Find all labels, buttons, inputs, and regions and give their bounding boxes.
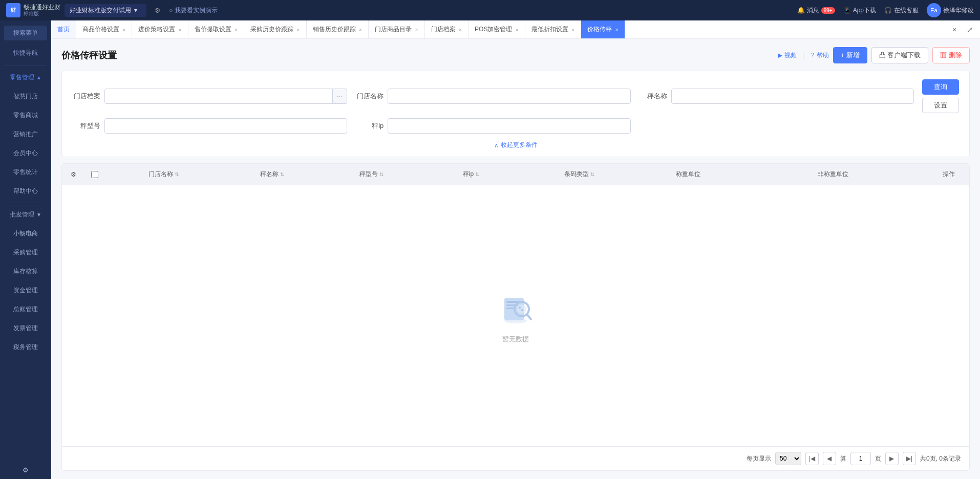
th-checkbox[interactable] <box>84 171 105 178</box>
tab-goods-price[interactable]: 商品价格设置 × <box>76 20 132 39</box>
th-scale-model[interactable]: 秤型号 ⇅ <box>322 170 421 179</box>
tab-purchase-history-label: 采购历史价跟踪 <box>250 25 293 34</box>
sidebar-item-retail-mall[interactable]: 零售商城 <box>0 106 51 125</box>
setting-btn[interactable]: 设置 <box>922 98 959 113</box>
store-archive-input-group: ··· <box>104 89 347 104</box>
tab-store-archive-close[interactable]: × <box>459 27 462 33</box>
add-button[interactable]: + 新增 <box>833 47 867 63</box>
settings-icon-btn[interactable]: ⚙ <box>151 3 165 17</box>
sidebar-item-general-ledger[interactable]: 总账管理 <box>0 300 51 319</box>
messages-btn[interactable]: 🔔 消息 99+ <box>797 6 835 15</box>
sidebar-item-xiaochang-ec[interactable]: 小畅电商 <box>0 224 51 243</box>
tab-close-btn[interactable]: × <box>948 24 961 36</box>
tab-purchase-history-close[interactable]: × <box>296 27 300 33</box>
tab-purchase-strategy-close[interactable]: × <box>178 27 181 33</box>
th-store[interactable]: 门店名称 ⇅ <box>105 170 223 179</box>
download-button[interactable]: 凸 客户端下载 <box>871 47 929 63</box>
tab-store-archive[interactable]: 门店档案 × <box>425 20 468 39</box>
tab-store-goods[interactable]: 门店商品目录 × <box>369 20 424 39</box>
sidebar-settings-btn[interactable]: ⚙ <box>0 461 51 479</box>
sidebar-item-capital-manage[interactable]: 资金管理 <box>0 281 51 300</box>
sidebar-search-btn[interactable]: 搜索菜单 <box>4 26 47 40</box>
tab-min-discount-close[interactable]: × <box>571 27 574 33</box>
chevron-down-icon: ▾ <box>134 7 137 14</box>
sidebar-item-help-center[interactable]: 帮助中心 <box>0 182 51 201</box>
th-non-weight: 非称重单位 <box>738 170 928 179</box>
scale-name-field: 秤名称 <box>639 89 914 104</box>
user-area[interactable]: Ea 徐泽华修改 <box>927 3 974 17</box>
page-input[interactable] <box>850 452 871 465</box>
store-archive-input[interactable] <box>104 89 333 104</box>
pagination: 每页显示 20 50 100 |◀ ◀ 算 页 ▶ ▶| 共0页, 0条记录 <box>62 446 969 470</box>
th-scale-name[interactable]: 秤名称 ⇅ <box>223 170 322 179</box>
tab-home[interactable]: 首页 <box>51 20 76 39</box>
scale-name-input[interactable] <box>671 89 914 104</box>
video-link-text: 视频 <box>784 51 797 60</box>
help-link-text: 帮助 <box>817 51 829 60</box>
sidebar-item-invoice-manage[interactable]: 发票管理 <box>0 319 51 338</box>
tab-sale-history-close[interactable]: × <box>359 27 362 33</box>
tab-store-goods-label: 门店商品目录 <box>375 25 412 34</box>
content-area: 首页 商品价格设置 × 进价策略设置 × 售价提取设置 × 采购历史价跟踪 × … <box>51 20 980 479</box>
online-service-btn[interactable]: 🎧 在线客服 <box>884 6 919 15</box>
tab-pos-manage-close[interactable]: × <box>515 27 518 33</box>
per-page-select[interactable]: 20 50 100 <box>775 452 801 465</box>
sidebar-item-inventory[interactable]: 库存核算 <box>0 262 51 281</box>
sidebar-item-tax-manage[interactable]: 税务管理 <box>0 338 51 357</box>
headset-icon: 🎧 <box>884 7 892 14</box>
sort-icon-scale-ip: ⇅ <box>475 171 479 177</box>
tab-purchase-history[interactable]: 采购历史价跟踪 × <box>244 20 306 39</box>
th-barcode[interactable]: 条码类型 ⇅ <box>521 170 638 179</box>
help-link[interactable]: ? 帮助 <box>811 51 829 60</box>
first-page-btn[interactable]: |◀ <box>805 452 819 465</box>
sidebar-item-retail-manage[interactable]: 零售管理 ▲ <box>0 68 51 87</box>
tab-sale-extract[interactable]: 售价提取设置 × <box>188 20 244 39</box>
tab-price-scale-close[interactable]: × <box>615 27 618 33</box>
sidebar-item-smart-store[interactable]: 智慧门店 <box>0 87 51 106</box>
scale-ip-input[interactable] <box>388 118 630 134</box>
sidebar-item-marketing[interactable]: 营销推广 <box>0 125 51 144</box>
next-page-btn[interactable]: ▶ <box>885 452 899 465</box>
sidebar-item-wholesale-manage[interactable]: 批发管理 ▼ <box>0 205 51 224</box>
tab-goods-price-close[interactable]: × <box>122 27 125 33</box>
product-selector[interactable]: 好业财标准版交付试用 ▾ <box>65 4 146 17</box>
tab-sale-history[interactable]: 销售历史价跟踪 × <box>307 20 369 39</box>
sidebar-item-purchase-manage[interactable]: 采购管理 <box>0 243 51 262</box>
search-btn[interactable]: 查询 <box>922 79 959 95</box>
svg-point-6 <box>517 304 526 314</box>
tab-pos-manage-label: POS加密管理 <box>475 25 512 34</box>
th-store-label: 门店名称 <box>148 170 173 179</box>
sidebar-label-invoice-manage: 发票管理 <box>13 324 38 333</box>
sidebar-item-member-center[interactable]: 会员中心 <box>0 144 51 163</box>
demo-btn[interactable]: ○ 我要看实例演示 <box>169 6 218 15</box>
tab-price-scale[interactable]: 价格传秤 × <box>581 20 625 39</box>
video-link[interactable]: ▶ 视频 <box>778 51 797 60</box>
store-archive-picker-btn[interactable]: ··· <box>333 89 348 104</box>
sidebar-label-marketing: 营销推广 <box>13 130 38 139</box>
sidebar-quicknav-btn[interactable]: 快捷导航 <box>0 46 51 60</box>
th-scale-ip[interactable]: 秤ip ⇅ <box>421 170 521 179</box>
delete-button[interactable]: 面 删除 <box>932 47 970 63</box>
pagination-info: 共0页, 0条记录 <box>920 454 961 463</box>
tab-expand-btn[interactable]: ⤢ <box>964 24 976 36</box>
scale-model-input[interactable] <box>104 118 347 134</box>
tab-sale-extract-close[interactable]: × <box>235 27 238 33</box>
online-service-label: 在线客服 <box>894 6 919 15</box>
store-name-input[interactable] <box>388 89 630 104</box>
collapse-btn[interactable]: ∧ 收起更多条件 <box>494 139 538 151</box>
table-header-row: ⚙ 门店名称 ⇅ 秤名称 ⇅ 秤型号 ⇅ <box>62 164 969 185</box>
tab-purchase-strategy[interactable]: 进价策略设置 × <box>132 20 188 39</box>
th-non-weight-label: 非称重单位 <box>818 170 848 179</box>
tab-pos-manage[interactable]: POS加密管理 × <box>468 20 525 39</box>
sort-icon-scale-model: ⇅ <box>379 171 384 177</box>
app-download-btn[interactable]: 📱 App下载 <box>843 6 876 15</box>
tab-min-discount[interactable]: 最低折扣设置 × <box>525 20 581 39</box>
svg-point-8 <box>519 307 521 309</box>
prev-page-btn[interactable]: ◀ <box>823 452 836 465</box>
collapse-btn-text: 收起更多条件 <box>501 141 538 149</box>
select-all-checkbox[interactable] <box>91 171 98 178</box>
sidebar-item-retail-stats[interactable]: 零售统计 <box>0 163 51 182</box>
tab-store-goods-close[interactable]: × <box>415 27 418 33</box>
th-settings[interactable]: ⚙ <box>62 171 84 178</box>
last-page-btn[interactable]: ▶| <box>903 452 916 465</box>
